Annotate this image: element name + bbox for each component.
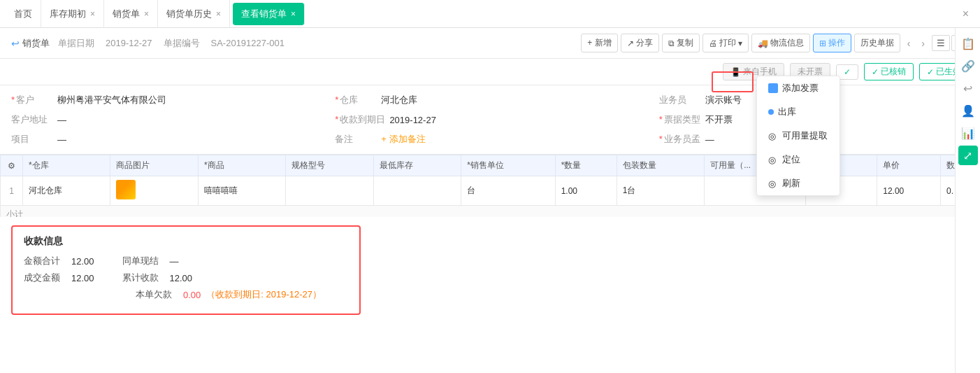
payment-title: 收款信息 [24,235,348,248]
salesman-label: 业务员孟 [659,133,701,146]
share-icon: ↗ [627,38,634,48]
address-row: 客户地址 — [11,113,321,126]
operation-button[interactable]: ⊞ 操作 [813,34,851,52]
deal-label: 成交金额 [24,272,66,284]
print-dropdown-arrow: ▾ [738,38,742,48]
row-min-stock [373,176,461,206]
avail-extract-label: 可用量提取 [782,129,828,142]
tab-view-sales-label: 查看销货单 [241,8,287,20]
due-date-label: 收款到期日 [335,113,385,126]
share-button[interactable]: ↗ 分享 [621,34,659,52]
tab-sales-history-label: 销货单历史 [166,8,212,20]
add-invoice-label: 添加发票 [782,82,819,94]
operation-dropdown: 添加发票 出库 ◎ 可用量提取 ◎ 定位 ◎ 刷新 [756,76,840,196]
deal-value: 12.00 [71,273,94,283]
operation-icon: ⊞ [819,38,826,48]
dropdown-locate[interactable]: ◎ 定位 [757,148,840,171]
row-product: 嘻嘻嘻嘻 [198,176,285,206]
th-min-stock: 最低库存 [373,155,461,176]
close-all-button[interactable]: × [957,8,974,20]
payment-row-3: 本单欠款 0.00 （收款到期日: 2019-12-27） [24,288,348,301]
sidebar-link-icon[interactable]: 🔗 [958,56,978,76]
cumulative-label: 累计收款 [122,272,164,284]
confirmed-button[interactable]: ✓ 已核销 [864,63,914,80]
dropdown-outbound[interactable]: 出库 [757,100,840,124]
th-qty: *数量 [555,155,617,176]
tab-inventory-close[interactable]: × [90,9,95,19]
row-img [110,176,198,206]
subtotal-row: 小计 [1,206,980,218]
print-button[interactable]: 🖨 打印 ▾ [702,34,749,52]
add-invoice-icon [768,83,778,93]
doc-type-text: 销货单 [22,37,50,50]
date-value: 2019-12-27 [106,38,152,48]
tab-view-sales[interactable]: 查看销货单 × [233,3,305,25]
sidebar-chart-icon[interactable]: 📊 [958,123,978,143]
due-date-row: 收款到期日 2019-12-27 [335,113,644,126]
row-warehouse: 河北仓库 [23,176,110,206]
same-order-value: — [170,256,179,267]
th-spec: 规格型号 [286,155,373,176]
th-unit: *销售单位 [461,155,555,176]
tab-sales-history-close[interactable]: × [216,9,221,19]
nav-next[interactable]: › [917,35,929,52]
due-label: 本单欠款 [136,288,178,301]
due-value: 0.00 [183,290,201,300]
tab-home[interactable]: 首页 [6,0,41,28]
th-warehouse: *仓库 [23,155,110,176]
doc-header: ↩ 销货单 单据日期 2019-12-27 单据编号 SA-20191227-0… [0,28,980,59]
customer-label: 客户 [11,94,53,106]
warehouse-row: 仓库 河北仓库 [335,94,644,106]
tab-inventory[interactable]: 库存期初 × [41,0,104,28]
copy-button[interactable]: ⧉ 复制 [662,34,700,52]
due-date-value: 2019-12-27 [389,115,436,125]
address-value: — [57,115,66,125]
locate-label: 定位 [782,153,800,166]
deal-item: 成交金额 12.00 [24,272,94,284]
number-value: SA-20191227-001 [211,38,285,48]
tab-sales[interactable]: 销货单 × [104,0,158,28]
row-price: 12.00 [877,176,941,206]
locate-icon: ◎ [768,155,778,165]
print-icon: 🖨 [709,38,717,48]
sidebar-user-icon[interactable]: 👤 [958,101,978,120]
sidebar-doc-icon[interactable]: 📋 [958,34,978,53]
phone-icon: 📱 [730,67,741,77]
tab-sales-close[interactable]: × [144,9,149,19]
dropdown-add-invoice[interactable]: 添加发票 [757,76,840,100]
payment-info-box: 收款信息 金额合计 12.00 同单现结 — 成交金额 12.00 累计收款 [11,225,361,315]
confirmed-icon: ✓ [872,67,879,77]
view-list[interactable]: ☰ [932,35,950,51]
remark-row: 备注 + 添加备注 [335,133,644,146]
date-label: 单据日期 [58,37,94,50]
nav-prev[interactable]: ‹ [903,35,915,52]
th-product: *商品 [198,155,285,176]
subtotal-label: 小计 [1,206,980,218]
tab-view-sales-close[interactable]: × [291,9,296,19]
staff-label: 业务员 [659,94,701,106]
logistics-icon: 🚚 [758,38,768,48]
remark-add[interactable]: + 添加备注 [381,133,425,146]
th-pack: 包装数量 [617,155,704,176]
refresh-label: 刷新 [782,177,800,190]
refresh-icon: ◎ [768,178,778,189]
th-settings[interactable]: ⚙ [1,155,23,176]
outbound-label: 出库 [778,106,796,118]
tab-sales-history[interactable]: 销货单历史 × [158,0,230,28]
customer-value: 柳州粤港平安气体有限公司 [57,94,166,106]
staff-value: 演示账号 [705,94,742,106]
sidebar-return-icon[interactable]: ↩ [958,78,978,98]
new-button[interactable]: + 新增 [581,34,617,52]
row-unit: 台 [461,176,555,206]
right-sidebar: 📋 🔗 ↩ 👤 📊 ⤢ [955,28,980,373]
history-button[interactable]: 历史单据 [854,34,900,52]
sidebar-expand-icon[interactable]: ⤢ [958,146,978,165]
product-image [116,180,136,199]
remark-label: 备注 [335,133,377,146]
outbound-dot-icon [768,109,774,115]
dropdown-avail-extract[interactable]: ◎ 可用量提取 [757,124,840,148]
row-pack: 1台 [617,176,704,206]
logistics-button[interactable]: 🚚 物流信息 [751,34,810,52]
dropdown-refresh[interactable]: ◎ 刷新 [757,171,840,195]
due-note: （收款到期日: 2019-12-27） [206,288,322,301]
